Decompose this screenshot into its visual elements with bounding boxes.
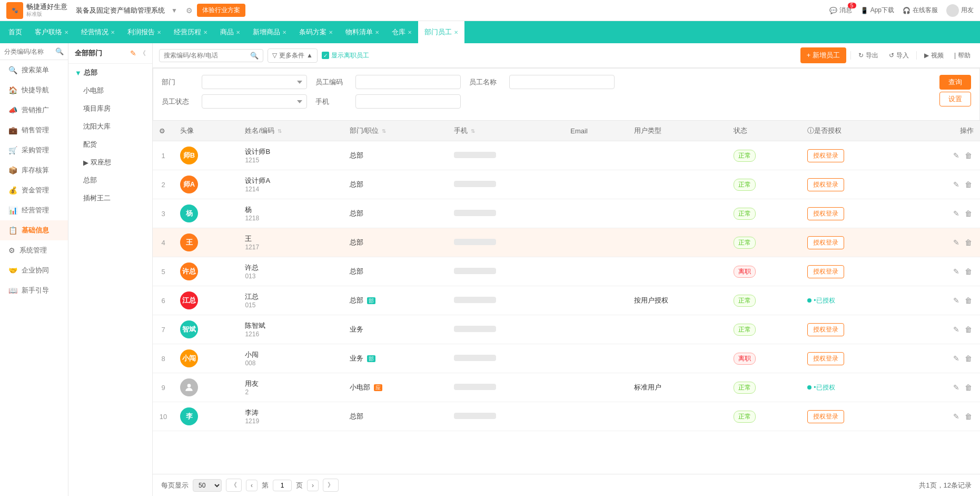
edit-button[interactable]: ✎	[953, 383, 959, 392]
tree-item-shuangzuo[interactable]: ▶ 双座想	[68, 153, 152, 171]
tab-add-goods[interactable]: 新增商品✕	[246, 21, 293, 43]
tree-item-xiangmu[interactable]: 项目库房	[68, 100, 152, 118]
help-button[interactable]: | 帮助	[951, 49, 974, 62]
tab-history-close[interactable]: ✕	[203, 30, 207, 35]
edit-button[interactable]: ✎	[953, 296, 959, 305]
emp-name-input[interactable]	[509, 75, 615, 89]
settings-icon[interactable]: ⚙	[186, 6, 193, 15]
tree-item-xiaodian[interactable]: 小电部	[68, 82, 152, 100]
delete-button[interactable]: 🗑	[965, 151, 972, 160]
tab-dept-staff-close[interactable]: ✕	[454, 30, 458, 35]
th-settings[interactable]: ⚙	[153, 121, 174, 141]
more-filter-button[interactable]: ▽ 更多条件 ▲	[268, 48, 318, 63]
edit-button[interactable]: ✎	[953, 267, 959, 276]
page-input[interactable]	[273, 480, 292, 491]
dept-filter-select[interactable]	[202, 75, 307, 89]
sidebar-item-system[interactable]: ⚙ 系统管理	[0, 240, 68, 260]
edit-button[interactable]: ✎	[953, 209, 959, 218]
tab-profit[interactable]: 利润报告✕	[121, 21, 167, 43]
sidebar-item-collab[interactable]: 🤝 企业协同	[0, 260, 68, 280]
show-resigned-checkbox[interactable]: ✓ 显示离职员工	[322, 51, 369, 60]
delete-button[interactable]: 🗑	[965, 354, 972, 363]
sidebar-item-quicknav[interactable]: 🏠 快捷导航	[0, 80, 68, 100]
sidebar-item-guide[interactable]: 📖 新手引导	[0, 280, 68, 300]
delete-button[interactable]: 🗑	[965, 412, 972, 421]
delete-button[interactable]: 🗑	[965, 325, 972, 334]
view-button[interactable]: ▶ 视频	[921, 49, 947, 62]
search-input[interactable]	[164, 52, 248, 59]
sidebar-item-inventory[interactable]: 📦 库存核算	[0, 160, 68, 180]
th-name[interactable]: 姓名/编码 ⇅	[239, 121, 343, 141]
auth-login-button[interactable]: 授权登录	[807, 178, 844, 191]
tab-goods-close[interactable]: ✕	[236, 30, 240, 35]
query-button[interactable]: 查询	[939, 75, 971, 90]
auth-login-button[interactable]: 授权登录	[807, 323, 844, 336]
tree-item-shenyang[interactable]: 沈阳大库	[68, 118, 152, 135]
auth-login-button[interactable]: 授权登录	[807, 410, 844, 423]
tab-goods[interactable]: 商品✕	[214, 21, 246, 43]
tree-collapse-btn[interactable]: 《	[140, 49, 146, 58]
delete-button[interactable]: 🗑	[965, 238, 972, 247]
edit-button[interactable]: ✎	[953, 151, 959, 160]
tab-customer-close[interactable]: ✕	[64, 30, 68, 35]
tab-warehouse[interactable]: 仓库✕	[385, 21, 418, 43]
emp-status-select[interactable]	[202, 94, 307, 109]
first-page-btn[interactable]: 《	[226, 479, 242, 492]
delete-button[interactable]: 🗑	[965, 180, 972, 189]
tree-item-zongbu[interactable]: ▼ 总部	[68, 64, 152, 82]
edit-button[interactable]: ✎	[953, 412, 959, 421]
sidebar-item-sales[interactable]: 💼 销售管理	[0, 120, 68, 140]
set-button[interactable]: 设置	[939, 92, 971, 106]
tab-home[interactable]: 首页	[2, 21, 28, 43]
sidebar-item-purchase[interactable]: 🛒 采购管理	[0, 140, 68, 160]
emp-code-input[interactable]	[355, 75, 461, 89]
tree-item-chashuwang[interactable]: 插树王二	[68, 189, 152, 207]
tab-barcode-close[interactable]: ✕	[329, 30, 333, 35]
auth-login-button[interactable]: 授权登录	[807, 207, 844, 220]
sidebar-item-finance[interactable]: 💰 资金管理	[0, 180, 68, 200]
tab-barcode[interactable]: 条码方案✕	[293, 21, 339, 43]
auth-login-button[interactable]: 授权登录	[807, 265, 844, 278]
phone-input[interactable]	[355, 94, 461, 109]
tree-item-zongbu2[interactable]: 总部	[68, 171, 152, 189]
sidebar-item-basic[interactable]: 📋 基础信息	[0, 220, 68, 240]
th-dept[interactable]: 部门/职位 ⇅	[343, 121, 448, 141]
th-phone[interactable]: 手机 ⇅	[448, 121, 564, 141]
edit-button[interactable]: ✎	[953, 238, 959, 247]
tab-add-goods-close[interactable]: ✕	[282, 30, 286, 35]
next-page-btn[interactable]: ›	[307, 480, 319, 491]
prev-page-btn[interactable]: ‹	[246, 480, 258, 491]
delete-button[interactable]: 🗑	[965, 267, 972, 276]
online-service-btn[interactable]: 🎧 在线客服	[903, 6, 938, 15]
auth-login-button[interactable]: 授权登录	[807, 236, 844, 249]
add-employee-button[interactable]: + 新增员工	[800, 47, 846, 63]
trial-button[interactable]: 体验行业方案	[197, 4, 245, 17]
delete-button[interactable]: 🗑	[965, 383, 972, 392]
app-download-btn[interactable]: 📱 App下载	[860, 6, 894, 15]
search-submit-icon[interactable]: 🔍	[250, 52, 259, 60]
tab-bom-close[interactable]: ✕	[375, 30, 379, 35]
sidebar-item-marketing[interactable]: 📣 营销推广	[0, 100, 68, 120]
auth-login-button[interactable]: 授权登录	[807, 352, 844, 365]
edit-button[interactable]: ✎	[953, 354, 959, 363]
search-box[interactable]: 🔍	[159, 49, 263, 62]
tab-profit-close[interactable]: ✕	[157, 30, 161, 35]
tab-bom[interactable]: 物料清单✕	[339, 21, 385, 43]
page-size-select[interactable]: 50 100 200	[193, 479, 222, 492]
edit-button[interactable]: ✎	[953, 325, 959, 334]
tree-item-peihuo[interactable]: 配货	[68, 135, 152, 153]
delete-button[interactable]: 🗑	[965, 209, 972, 218]
tab-warehouse-close[interactable]: ✕	[408, 30, 412, 35]
tab-operation[interactable]: 经营情况✕	[75, 21, 121, 43]
last-page-btn[interactable]: 》	[323, 479, 339, 492]
export-button[interactable]: ↻ 导出	[855, 49, 882, 62]
tab-dept-staff[interactable]: 部门员工✕	[418, 21, 464, 43]
tab-history[interactable]: 经营历程✕	[167, 21, 214, 43]
sidebar-search-input[interactable]	[4, 48, 53, 55]
delete-button[interactable]: 🗑	[965, 296, 972, 305]
tab-operation-close[interactable]: ✕	[111, 30, 115, 35]
tab-customer[interactable]: 客户联络✕	[28, 21, 75, 43]
edit-button[interactable]: ✎	[953, 180, 959, 189]
message-btn[interactable]: 💬 消息 5	[829, 6, 852, 15]
sidebar-item-search[interactable]: 🔍 搜索菜单	[0, 60, 68, 80]
